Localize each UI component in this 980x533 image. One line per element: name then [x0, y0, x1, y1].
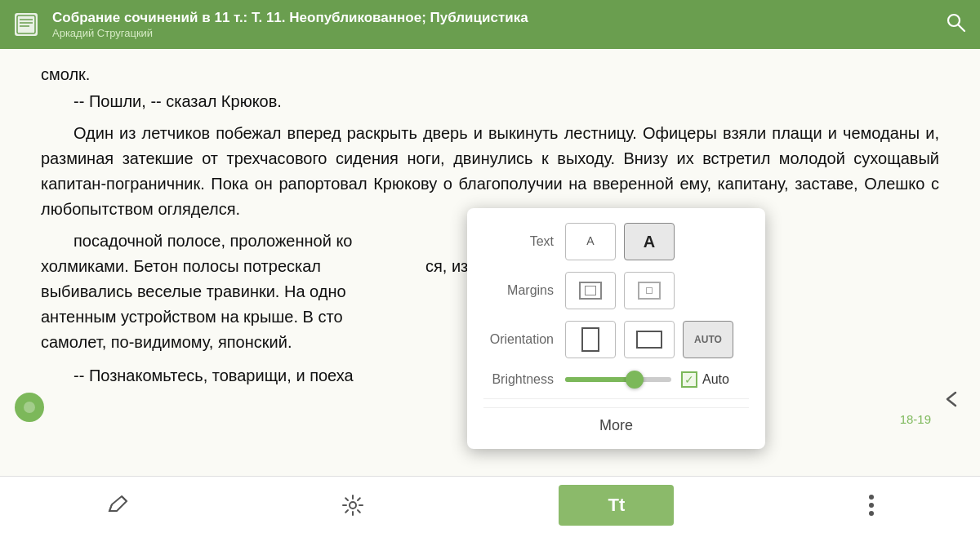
large-margin-icon	[638, 282, 661, 300]
brightness-fill	[565, 377, 635, 382]
orientation-label: Orientation	[483, 330, 565, 350]
orientation-options: AUTO	[565, 321, 749, 358]
pencil-button[interactable]	[89, 485, 146, 526]
back-button[interactable]	[938, 386, 964, 422]
brightness-thumb[interactable]	[626, 371, 644, 389]
font-settings-button[interactable]: Tt	[559, 485, 674, 526]
margins-options	[565, 272, 749, 309]
header-text-block: Собрание сочинений в 11 т.: Т. 11. Неопу…	[52, 10, 944, 38]
brightness-controls: ✓ Auto	[565, 370, 749, 390]
auto-orientation-icon: AUTO	[694, 332, 722, 348]
text-size-row: Text A A	[483, 223, 749, 260]
margins-small-button[interactable]	[565, 272, 616, 309]
auto-checkbox[interactable]: ✓	[681, 371, 697, 388]
landscape-icon	[636, 331, 662, 349]
margins-label: Margins	[483, 281, 565, 301]
margins-large-button[interactable]	[624, 272, 675, 309]
left-circle-button[interactable]	[15, 393, 44, 422]
book-author: Аркадий Стругацкий	[52, 27, 944, 39]
book-title: Собрание сочинений в 11 т.: Т. 11. Неопу…	[52, 10, 944, 26]
text-size-small-button[interactable]: A	[565, 223, 616, 260]
brightness-label: Brightness	[483, 370, 565, 390]
app-icon	[13, 10, 42, 39]
brightness-row: Brightness ✓ Auto	[483, 370, 749, 390]
more-button[interactable]: More	[483, 407, 749, 441]
orientation-row: Orientation AUTO	[483, 321, 749, 358]
text-size-options: A A	[565, 223, 749, 260]
brightness-slider[interactable]	[565, 377, 671, 382]
large-a-icon: A	[644, 229, 655, 255]
text-paragraph-1: Один из летчиков побежал вперед раскрыть…	[41, 121, 939, 222]
svg-point-10	[869, 503, 874, 508]
auto-orientation-button[interactable]: AUTO	[683, 321, 733, 358]
settings-popup: Text A A Margins	[467, 208, 765, 449]
text-line-2: -- Пошли, -- сказал Крюков.	[41, 89, 939, 114]
svg-point-11	[869, 511, 874, 516]
landscape-button[interactable]	[624, 321, 675, 358]
svg-line-6	[959, 25, 965, 32]
text-label: Text	[483, 232, 565, 252]
svg-point-9	[869, 495, 874, 500]
portrait-button[interactable]	[565, 321, 616, 358]
auto-label: Auto	[702, 370, 729, 390]
margins-row: Margins	[483, 272, 749, 309]
more-options-button[interactable]	[852, 485, 891, 526]
popup-separator	[483, 398, 749, 399]
tt-label: Tt	[608, 495, 625, 516]
small-a-icon: A	[586, 233, 594, 251]
bottom-toolbar: Tt	[0, 476, 980, 533]
text-size-large-button[interactable]: A	[624, 223, 675, 260]
text-line-1: смолк.	[41, 62, 939, 87]
small-margin-icon	[579, 282, 602, 300]
page-number: 18-19	[900, 410, 931, 429]
svg-point-7	[24, 402, 35, 413]
reading-content: смолк. -- Пошли, -- сказал Крюков. Один …	[0, 49, 980, 494]
auto-brightness-toggle[interactable]: ✓ Auto	[681, 370, 729, 390]
app-header: Собрание сочинений в 11 т.: Т. 11. Неопу…	[0, 0, 980, 49]
settings-button[interactable]	[324, 485, 381, 526]
svg-point-8	[350, 502, 356, 509]
portrait-icon	[581, 327, 599, 352]
search-button[interactable]	[944, 11, 967, 38]
svg-rect-0	[15, 13, 38, 36]
